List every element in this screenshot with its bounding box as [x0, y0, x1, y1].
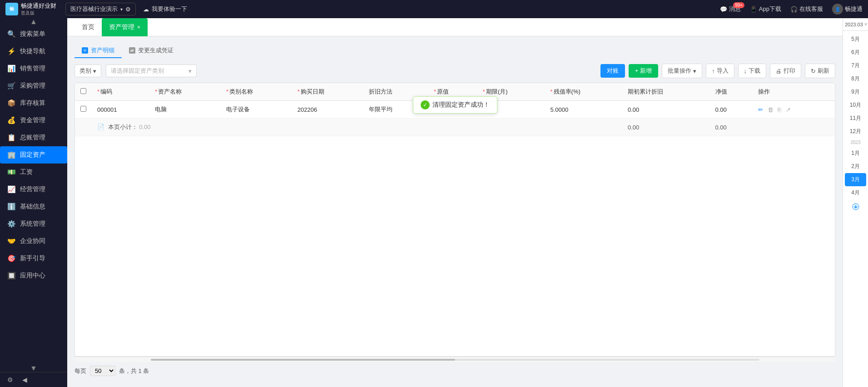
tab-close-icon[interactable]: × [137, 24, 140, 30]
import-btn[interactable]: ↑ 导入 [706, 64, 734, 78]
guide-icon: 🎯 [7, 254, 15, 263]
sidebar-item-enterprise[interactable]: 🤝 企业协同 [0, 233, 67, 250]
company-selector[interactable]: 医疗器械行业演示 ▾ ⚙ [65, 3, 136, 15]
horizontal-scrollbar[interactable] [74, 357, 835, 362]
sales-icon: 📊 [7, 64, 15, 73]
sidebar-item-system[interactable]: ⚙️ 系统管理 [0, 215, 67, 233]
sidebar-item-label: 快捷导航 [20, 47, 45, 55]
sidebar-item-operations[interactable]: 📈 经营管理 [0, 181, 67, 198]
batch-btn[interactable]: 批量操作 ▾ [662, 64, 702, 78]
timeline-month-3[interactable]: 3月 [845, 173, 866, 186]
sidebar-item-label: 经营管理 [20, 185, 45, 194]
inventory-icon: 📦 [7, 99, 15, 107]
cell-row-actions: ✏ 🗑 ⎘ ↗ [753, 101, 835, 119]
print-btn[interactable]: 🖨 打印 [770, 64, 801, 78]
subtotal-opening: 0.00 [622, 119, 710, 136]
timeline-month-11[interactable]: 11月 [843, 112, 868, 125]
timeline-month-9[interactable]: 9月 [843, 85, 868, 99]
app-edition: 普及版 [21, 10, 56, 16]
sub-tab-change-voucher[interactable]: ⇄ 变更生成凭证 [122, 44, 181, 58]
timeline-month-5[interactable]: 5月 [843, 33, 868, 46]
delete-icon[interactable]: 🗑 [768, 106, 774, 113]
settings-icon[interactable]: ⚙ [125, 6, 131, 13]
online-service-btn[interactable]: 🎧 在线客服 [790, 5, 823, 13]
sidebar-item-purchase[interactable]: 🛒 采购管理 [0, 77, 67, 94]
row-checkbox[interactable] [80, 106, 86, 112]
sidebar-item-quick-nav[interactable]: ⚡ 快捷导航 [0, 43, 67, 60]
sidebar-item-guide[interactable]: 🎯 新手引导 [0, 250, 67, 267]
sidebar-item-label: 工资 [20, 168, 33, 176]
timeline-month-4[interactable]: 4月 [843, 186, 868, 199]
asset-table: *编码 *资产名称 *类别名称 *购买日期 折旧方法 *原值 *期限(月) *残… [74, 83, 835, 357]
download-btn[interactable]: ↓ 下载 [738, 64, 767, 78]
timeline-month-10[interactable]: 10月 [843, 99, 868, 112]
service-icon: 🎧 [790, 6, 798, 13]
timeline-year-label: 2023.03 [845, 22, 863, 27]
timeline-month-6[interactable]: 6月 [843, 46, 868, 59]
subtotal-net: 0.00 [710, 119, 753, 136]
refresh-icon: ↻ [811, 68, 816, 74]
edit-icon[interactable]: ✏ [758, 106, 763, 113]
sidebar-bottom: ⚙ ◀ [0, 372, 67, 387]
batch-chevron-icon: ▾ [693, 68, 696, 74]
cell-residual-rate: 5.0000 [545, 101, 622, 119]
sidebar-item-funds[interactable]: 💰 资金管理 [0, 112, 67, 129]
cell-purchase-date: 202206 [292, 101, 363, 119]
new-btn[interactable]: + 新增 [629, 64, 658, 78]
category-filter-dropdown[interactable]: 请选择固定资产类别 ▾ [106, 64, 197, 77]
select-all-checkbox[interactable] [80, 88, 86, 94]
scroll-thumb [151, 359, 455, 361]
timeline-month-12[interactable]: 12月 [843, 125, 868, 138]
tab-asset-management[interactable]: 资产管理 × [102, 18, 148, 36]
success-toast: ✓ 清理固定资产成功！ [413, 96, 497, 114]
sidebar-scroll-down[interactable]: ▼ [0, 365, 67, 372]
experience-btn[interactable]: ☁ 我要体验一下 [143, 5, 187, 13]
sub-tab-asset-detail[interactable]: ≡ 资产明细 [74, 44, 122, 58]
phone-icon: 📱 [750, 6, 757, 13]
sidebar-item-sales[interactable]: 📊 销售管理 [0, 60, 67, 77]
timeline-panel: 2023.03 ✕ ⤢ 5月 6月 7月 8月 9月 10月 11月 12月 2… [843, 18, 868, 387]
category-filter-label[interactable]: 类别 ▾ [74, 64, 101, 77]
basic-info-icon: ℹ️ [7, 203, 15, 211]
sidebar-item-label: 基础信息 [20, 203, 45, 211]
tab-home[interactable]: 首页 [74, 18, 102, 36]
sidebar-item-payroll[interactable]: 💵 工资 [0, 164, 67, 181]
sidebar-item-ledger[interactable]: 📋 总账管理 [0, 129, 67, 146]
page-size-select[interactable]: 50 100 200 [90, 366, 115, 376]
balance-btn[interactable]: 对账 [600, 64, 625, 78]
messages-btn[interactable]: 💬 消息 99+ [720, 5, 741, 13]
copy-icon[interactable]: ⎘ [778, 106, 781, 113]
more-icon[interactable]: ↗ [786, 106, 791, 113]
enterprise-icon: 🤝 [7, 237, 15, 245]
cell-net-value: 0.00 [710, 101, 753, 119]
toolbar-right: 对账 + 新增 批量操作 ▾ ↑ 导入 ↓ 下载 [600, 64, 835, 78]
app-center-icon: 🔲 [7, 272, 15, 280]
sidebar-item-label: 系统管理 [20, 220, 45, 228]
col-purchase-date: *购买日期 [292, 83, 363, 101]
timeline-month-2[interactable]: 2月 [843, 160, 868, 173]
sidebar: ▲ 🔍 搜索菜单 ⚡ 快捷导航 📊 销售管理 🛒 采购管理 📦 库存核算 [0, 18, 67, 387]
col-asset-name: *资产名称 [149, 83, 221, 101]
timeline-month-1[interactable]: 1月 [843, 147, 868, 160]
timeline-month-7[interactable]: 7月 [843, 59, 868, 72]
sidebar-item-app-center[interactable]: 🔲 应用中心 [0, 267, 67, 284]
timeline-scroll-down-btn[interactable] [852, 203, 859, 212]
sidebar-scroll-up[interactable]: ▲ [0, 18, 67, 25]
timeline-close-icon[interactable]: ✕ [863, 21, 868, 28]
message-badge: 99+ [733, 2, 744, 8]
toolbar: 类别 ▾ 请选择固定资产类别 ▾ 对账 + 新增 [74, 64, 835, 78]
sidebar-item-label: 库存核算 [20, 99, 45, 107]
tabbar: 首页 资产管理 × [67, 18, 843, 36]
settings-bottom-icon[interactable]: ⚙ [7, 376, 13, 383]
refresh-btn[interactable]: ↻ 刷新 [805, 64, 835, 78]
sub-tabs: ≡ 资产明细 ⇄ 变更生成凭证 [74, 44, 835, 58]
timeline-month-8[interactable]: 8月 [843, 72, 868, 85]
sidebar-item-fixed-assets[interactable]: 🏢 固定资产 [0, 146, 67, 164]
sidebar-item-basic-info[interactable]: ℹ️ 基础信息 [0, 198, 67, 215]
user-profile[interactable]: 👤 畅捷通 [832, 4, 863, 15]
app-download-btn[interactable]: 📱 App下载 [750, 5, 781, 13]
collapse-sidebar-icon[interactable]: ◀ [22, 376, 27, 383]
timeline-header: 2023.03 ✕ ⤢ [843, 18, 868, 31]
sidebar-item-inventory[interactable]: 📦 库存核算 [0, 94, 67, 112]
sidebar-item-search[interactable]: 🔍 搜索菜单 [0, 25, 67, 43]
